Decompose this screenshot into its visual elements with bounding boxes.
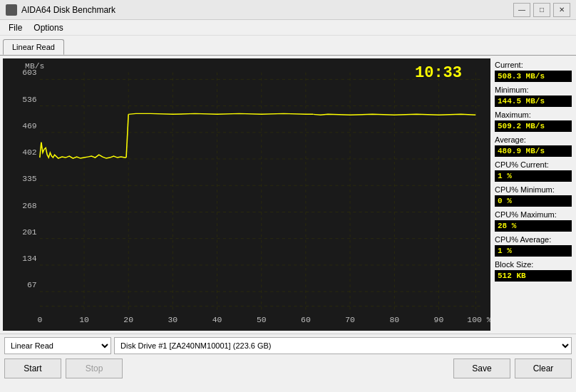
svg-text:50: 50 [257,316,267,325]
titlebar: AIDA64 Disk Benchmark — □ ✕ [0,0,576,20]
current-label: Current: [495,61,572,69]
maximum-value: 509.2 MB/s [495,120,572,132]
stats-panel: Current: 508.3 MB/s Minimum: 144.5 MB/s … [490,56,576,334]
chart-svg: 603 536 469 402 335 268 201 134 67 MB/s … [3,58,490,331]
left-buttons: Start Stop [4,359,123,378]
svg-text:268: 268 [22,202,37,210]
clear-button[interactable]: Clear [515,359,572,378]
average-label: Average: [495,135,572,144]
window-title: AIDA64 Disk Benchmark [21,5,513,15]
svg-text:67: 67 [27,282,37,290]
save-button[interactable]: Save [453,359,510,378]
svg-text:MB/s: MB/s [25,62,44,71]
stop-button[interactable]: Stop [66,359,123,378]
drive-select[interactable]: Disk Drive #1 [ZA240NM10001] (223.6 GB) [114,337,572,354]
window-controls: — □ ✕ [513,3,570,17]
app-icon [6,4,17,16]
cpu-current-label: CPU% Current: [495,160,572,169]
svg-text:30: 30 [168,316,178,325]
current-value: 508.3 MB/s [495,71,572,82]
svg-text:10: 10 [79,316,89,325]
menu-file[interactable]: File [3,21,28,34]
cpu-minimum-value: 0 % [495,195,572,207]
cpu-maximum-label: CPU% Maximum: [495,210,572,219]
bottom-bar: Linear ReadRandom ReadBuffered ReadAvera… [0,334,576,392]
maximum-label: Maximum: [495,110,572,119]
blocksize-value: 512 KB [495,270,572,282]
minimum-value: 144.5 MB/s [495,96,572,107]
tabbar: Linear Read [0,36,576,56]
svg-rect-0 [3,58,490,331]
svg-text:40: 40 [212,316,222,325]
controls-row2: Start Stop Save Clear [4,359,572,378]
svg-text:70: 70 [345,316,355,325]
right-buttons: Save Clear [453,359,572,378]
test-select[interactable]: Linear ReadRandom ReadBuffered ReadAvera… [4,337,111,354]
minimize-button[interactable]: — [513,3,530,17]
svg-text:134: 134 [22,254,37,263]
cpu-minimum-label: CPU% Minimum: [495,185,572,194]
minimum-label: Minimum: [495,86,572,94]
svg-text:80: 80 [389,316,399,325]
menu-options[interactable]: Options [28,21,68,34]
svg-text:20: 20 [123,316,133,325]
svg-text:60: 60 [301,316,311,325]
main-area: 603 536 469 402 335 268 201 134 67 MB/s … [0,56,576,334]
time-display: 10:33 [415,64,462,82]
blocksize-label: Block Size: [495,260,572,269]
svg-text:335: 335 [22,175,37,184]
cpu-current-value: 1 % [495,170,572,182]
svg-text:201: 201 [22,228,37,237]
svg-text:100 %: 100 % [467,316,490,325]
close-button[interactable]: ✕ [553,3,570,17]
menubar: File Options [0,20,576,36]
svg-text:402: 402 [22,148,37,157]
tab-linear-read[interactable]: Linear Read [3,39,64,55]
cpu-average-value: 1 % [495,245,572,257]
cpu-average-label: CPU% Average: [495,235,572,244]
cpu-maximum-value: 28 % [495,220,572,232]
svg-text:469: 469 [22,122,37,130]
start-button[interactable]: Start [4,359,61,378]
average-value: 480.9 MB/s [495,145,572,157]
svg-text:90: 90 [434,316,444,325]
svg-text:0: 0 [37,316,42,325]
maximize-button[interactable]: □ [533,3,550,17]
controls-row1: Linear ReadRandom ReadBuffered ReadAvera… [4,337,572,354]
svg-text:536: 536 [22,96,37,104]
chart-area: 603 536 469 402 335 268 201 134 67 MB/s … [3,58,490,331]
